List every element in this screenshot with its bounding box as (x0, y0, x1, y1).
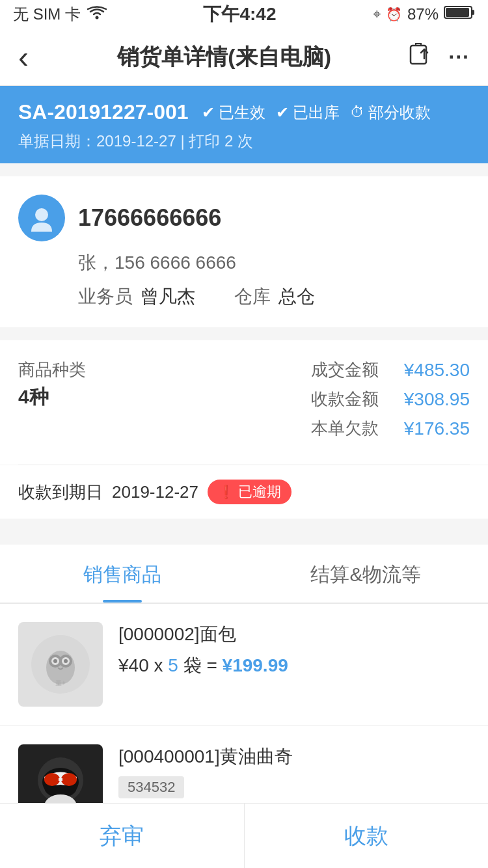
status-effective: ✔ 已生效 (202, 102, 265, 123)
customer-meta: 业务员 曾凡杰 仓库 总仓 (18, 284, 470, 309)
customer-contact: 张，156 6666 6666 (18, 251, 470, 275)
product-price-1: ¥40 x 5 袋 = ¥199.99 (118, 653, 470, 678)
categories-count: 4种 (18, 384, 86, 411)
svg-point-0 (96, 16, 99, 20)
salesperson-name: 曾凡杰 (141, 284, 195, 309)
thumb-placeholder: 量+ (18, 622, 103, 707)
order-date-info: 单据日期：2019-12-27 | 打印 2 次 (18, 131, 470, 152)
share-icon[interactable] (407, 43, 430, 72)
wifi-icon (87, 5, 107, 23)
avatar (18, 195, 65, 241)
order-header: SA-20191227-001 ✔ 已生效 ✔ 已出库 ⏱ 部分收款 单据日期：… (0, 86, 488, 163)
debt-amount-row: 本单欠款 ¥176.35 (311, 417, 470, 440)
svg-text:量+: 量+ (55, 679, 66, 686)
confirm-button[interactable]: 收款 (245, 804, 489, 868)
product-thumbnail-1: 量+ (18, 622, 103, 707)
nav-bar: ‹ 销货单详情(来自电脑) ··· (0, 29, 488, 86)
more-icon[interactable]: ··· (448, 45, 470, 69)
clock-icon: ⏱ (350, 104, 364, 121)
carrier-text: 无 SIM 卡 (13, 4, 81, 25)
page-title: 销货单详情(来自电脑) (42, 42, 407, 72)
salesperson-info: 业务员 曾凡杰 (78, 284, 195, 309)
customer-card: 17666666666 张，156 6666 6666 业务员 曾凡杰 仓库 总… (0, 176, 488, 327)
svg-rect-21 (59, 778, 62, 781)
back-button[interactable]: ‹ (18, 39, 42, 75)
location-icon: ⌖ (373, 6, 381, 23)
check-icon-1: ✔ (202, 103, 215, 122)
debt-amount: ¥176.35 (392, 418, 470, 439)
due-date-bar: 收款到期日 2019-12-27 ❗ 已逾期 (0, 465, 488, 519)
divider-2 (0, 519, 488, 532)
svg-rect-3 (446, 8, 469, 17)
customer-name: 17666666666 (78, 204, 221, 232)
status-bar: 无 SIM 卡 下午4:42 ⌖ ⏰ 87% (0, 0, 488, 29)
categories-info: 商品种类 4种 (18, 359, 86, 411)
tab-products[interactable]: 销售商品 (0, 545, 244, 603)
nav-actions: ··· (407, 43, 470, 72)
summary-card: 商品种类 4种 成交金额 ¥485.30 收款金额 ¥308.95 本单欠款 ¥… (0, 340, 488, 465)
product-name-2: [000400001]黄油曲奇 (118, 744, 470, 769)
customer-top: 17666666666 (18, 195, 470, 241)
due-date-label: 收款到期日 (18, 481, 103, 504)
divider-1 (0, 327, 488, 340)
battery-icon (444, 5, 475, 24)
alarm-icon: ⏰ (386, 7, 402, 22)
check-icon-2: ✔ (276, 103, 289, 122)
svg-point-13 (53, 659, 57, 663)
status-right: ⌖ ⏰ 87% (373, 5, 475, 24)
svg-point-14 (64, 659, 68, 663)
overdue-icon: ❗ (218, 484, 234, 500)
deal-amount-row: 成交金额 ¥485.30 (311, 359, 470, 381)
status-tags: ✔ 已生效 ✔ 已出库 ⏱ 部分收款 (202, 102, 431, 123)
warehouse-info: 仓库 总仓 (234, 284, 315, 309)
cancel-button[interactable]: 弃审 (0, 804, 245, 868)
svg-rect-2 (472, 10, 474, 15)
received-amount-row: 收款金额 ¥308.95 (311, 388, 470, 411)
overdue-badge: ❗ 已逾期 (208, 480, 291, 504)
due-date-value: 2019-12-27 (112, 482, 198, 502)
status-partial-payment: ⏱ 部分收款 (350, 102, 431, 123)
amounts-info: 成交金额 ¥485.30 收款金额 ¥308.95 本单欠款 ¥176.35 (311, 359, 470, 446)
battery-text: 87% (407, 5, 439, 23)
deal-amount: ¥485.30 (392, 360, 470, 381)
svg-point-19 (44, 773, 60, 786)
status-left: 无 SIM 卡 (13, 4, 107, 25)
bottom-actions: 弃审 收款 (0, 803, 488, 868)
received-amount: ¥308.95 (392, 389, 470, 410)
product-name-1: [0000002]面包 (118, 622, 470, 647)
product-item: 量+ [0000002]面包 ¥40 x 5 袋 = ¥199.99 (0, 604, 488, 725)
status-shipped: ✔ 已出库 (276, 102, 340, 123)
product-batch-2: 534532 (118, 776, 184, 798)
order-id: SA-20191227-001 (18, 100, 189, 124)
svg-point-6 (35, 208, 48, 221)
warehouse-name: 总仓 (278, 284, 315, 309)
svg-point-20 (61, 773, 77, 786)
tab-settlement[interactable]: 结算&物流等 (244, 545, 488, 603)
time-display: 下午4:42 (203, 2, 276, 27)
product-info-1: [0000002]面包 ¥40 x 5 袋 = ¥199.99 (118, 622, 470, 707)
tabs-bar: 销售商品 结算&物流等 (0, 545, 488, 604)
